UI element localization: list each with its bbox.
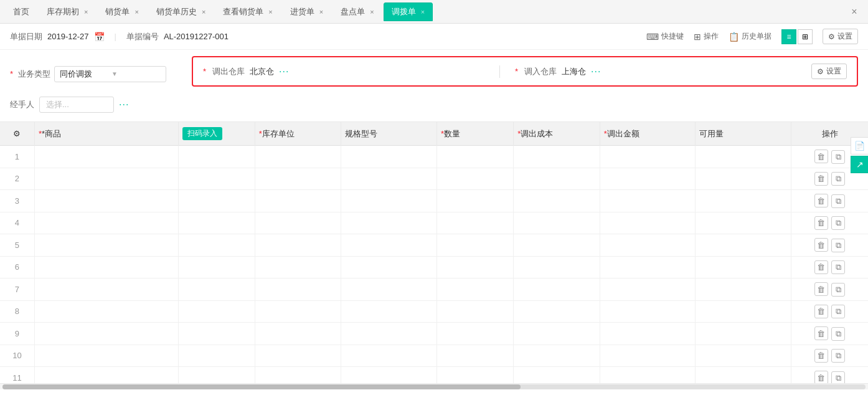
row-qty[interactable] — [437, 256, 514, 278]
row-qty[interactable] — [437, 367, 514, 384]
th-gear[interactable]: ⚙ — [0, 122, 34, 146]
row-copy-btn[interactable]: ⧉ — [831, 216, 845, 230]
row-cost[interactable] — [514, 300, 600, 323]
row-qty[interactable] — [437, 323, 514, 345]
row-unit[interactable] — [255, 300, 341, 323]
business-type-select[interactable]: 同价调拨 ▼ — [54, 66, 166, 82]
warehouse-out-more[interactable]: ··· — [279, 66, 289, 77]
tab-sales-order[interactable]: 销货单 × — [97, 2, 146, 21]
row-spec[interactable] — [341, 256, 437, 278]
warehouse-settings-button[interactable]: ⚙ 设置 — [811, 64, 847, 79]
tab-transfer[interactable]: 调拨单 × — [384, 2, 433, 21]
tab-view-sales[interactable]: 查看销货单 × — [215, 2, 280, 21]
row-delete-btn[interactable]: 🗑 — [814, 238, 828, 252]
row-delete-btn[interactable]: 🗑 — [814, 282, 828, 296]
row-product[interactable] — [34, 190, 178, 212]
row-cost[interactable] — [514, 278, 600, 301]
row-copy-btn[interactable]: ⧉ — [831, 283, 845, 297]
row-amount[interactable] — [600, 168, 696, 190]
row-delete-btn[interactable]: 🗑 — [814, 172, 828, 186]
float-doc-button[interactable]: 📄 — [851, 137, 868, 155]
row-copy-btn[interactable]: ⧉ — [831, 260, 845, 274]
tab-sales-history[interactable]: 销货单历史 × — [148, 2, 214, 21]
row-amount[interactable] — [600, 190, 696, 212]
row-delete-btn[interactable]: 🗑 — [814, 194, 828, 207]
handler-more[interactable]: ··· — [119, 99, 129, 110]
row-copy-btn[interactable]: ⧉ — [831, 349, 845, 363]
row-unit[interactable] — [255, 345, 341, 367]
row-product[interactable] — [34, 256, 178, 278]
row-cost[interactable] — [514, 234, 600, 257]
row-cost[interactable] — [514, 190, 600, 212]
tab-view-sales-close[interactable]: × — [268, 8, 272, 16]
row-cost[interactable] — [514, 323, 600, 345]
row-cost[interactable] — [514, 168, 600, 190]
row-delete-btn[interactable]: 🗑 — [814, 371, 828, 383]
tab-inventory-init[interactable]: 库存期初 × — [39, 2, 96, 21]
row-copy-btn[interactable]: ⧉ — [831, 305, 845, 318]
row-unit[interactable] — [255, 323, 341, 345]
row-amount[interactable] — [600, 300, 696, 323]
layout-list-button[interactable]: ≡ — [781, 29, 796, 44]
row-product[interactable] — [34, 146, 178, 168]
tab-purchase-order[interactable]: 进货单 × — [282, 2, 331, 21]
row-amount[interactable] — [600, 256, 696, 278]
horizontal-scrollbar[interactable] — [0, 383, 868, 389]
row-amount[interactable] — [600, 234, 696, 257]
row-copy-btn[interactable]: ⧉ — [831, 327, 845, 341]
tab-inventory-init-close[interactable]: × — [84, 8, 88, 16]
row-qty[interactable] — [437, 278, 514, 301]
row-spec[interactable] — [341, 234, 437, 257]
row-cost[interactable] — [514, 146, 600, 168]
row-delete-btn[interactable]: 🗑 — [814, 349, 828, 363]
shortcuts-button[interactable]: ⌨ 快捷键 — [646, 31, 684, 42]
row-spec[interactable] — [341, 323, 437, 345]
settings-button[interactable]: ⚙ 设置 — [823, 29, 858, 44]
row-copy-btn[interactable]: ⧉ — [831, 172, 845, 186]
row-unit[interactable] — [255, 168, 341, 190]
scrollbar-thumb[interactable] — [2, 384, 521, 389]
row-qty[interactable] — [437, 345, 514, 367]
row-product[interactable] — [34, 300, 178, 323]
row-copy-btn[interactable]: ⧉ — [831, 194, 845, 208]
row-product[interactable] — [34, 345, 178, 367]
row-qty[interactable] — [437, 168, 514, 190]
row-amount[interactable] — [600, 146, 696, 168]
row-amount[interactable] — [600, 212, 696, 234]
row-spec[interactable] — [341, 212, 437, 234]
row-amount[interactable] — [600, 278, 696, 301]
row-amount[interactable] — [600, 367, 696, 384]
row-cost[interactable] — [514, 212, 600, 234]
warehouse-in-more[interactable]: ··· — [591, 66, 601, 77]
tab-stocktake-close[interactable]: × — [370, 8, 374, 16]
row-spec[interactable] — [341, 300, 437, 323]
row-cost[interactable] — [514, 345, 600, 367]
row-spec[interactable] — [341, 168, 437, 190]
row-delete-btn[interactable]: 🗑 — [814, 150, 828, 163]
row-spec[interactable] — [341, 367, 437, 384]
row-qty[interactable] — [437, 212, 514, 234]
row-unit[interactable] — [255, 146, 341, 168]
row-amount[interactable] — [600, 323, 696, 345]
row-delete-btn[interactable]: 🗑 — [814, 305, 828, 318]
row-copy-btn[interactable]: ⧉ — [831, 239, 845, 252]
row-qty[interactable] — [437, 146, 514, 168]
tab-stocktake[interactable]: 盘点单 × — [333, 2, 382, 21]
handler-select[interactable]: 选择... — [39, 97, 114, 113]
row-spec[interactable] — [341, 278, 437, 301]
calendar-icon[interactable]: 📅 — [94, 32, 105, 42]
row-product[interactable] — [34, 323, 178, 345]
row-product[interactable] — [34, 278, 178, 301]
row-product[interactable] — [34, 234, 178, 257]
row-unit[interactable] — [255, 234, 341, 257]
row-unit[interactable] — [255, 367, 341, 384]
row-copy-btn[interactable]: ⧉ — [831, 371, 845, 384]
row-delete-btn[interactable]: 🗑 — [814, 326, 828, 340]
row-unit[interactable] — [255, 212, 341, 234]
float-external-button[interactable]: ↗ — [851, 156, 868, 173]
row-unit[interactable] — [255, 256, 341, 278]
tab-sales-order-close[interactable]: × — [134, 8, 138, 16]
row-delete-btn[interactable]: 🗑 — [814, 260, 828, 274]
row-unit[interactable] — [255, 278, 341, 301]
scan-btn[interactable]: 扫码录入 — [182, 127, 222, 140]
